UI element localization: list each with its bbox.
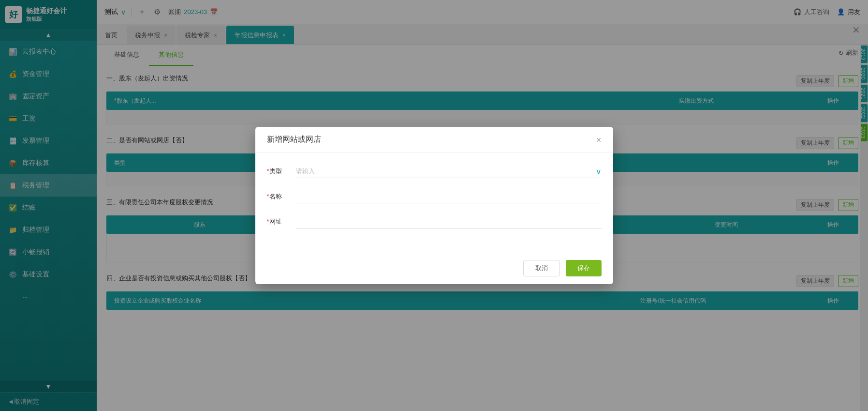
name-input[interactable] (296, 190, 602, 203)
modal-footer: 取消 保存 (255, 252, 613, 284)
field-name-wrap (296, 190, 602, 203)
field-url-wrap (296, 215, 602, 228)
field-type-wrap: ∨ (296, 165, 602, 178)
cancel-button[interactable]: 取消 (523, 260, 560, 276)
url-input[interactable] (296, 215, 602, 228)
modal-body: *类型 ∨ *名称 *网址 (255, 153, 613, 252)
form-field-type: *类型 ∨ (267, 165, 602, 178)
field-type-label: *类型 (267, 167, 296, 176)
field-name-label: *名称 (267, 192, 296, 201)
form-field-name: *名称 (267, 190, 602, 203)
save-button[interactable]: 保存 (566, 260, 602, 276)
modal-overlay: 新增网站或网店 × *类型 ∨ *名称 (0, 0, 868, 411)
modal-header: 新增网站或网店 × (255, 127, 613, 153)
type-input[interactable] (296, 165, 602, 178)
modal-add-website: 新增网站或网店 × *类型 ∨ *名称 (255, 127, 613, 284)
form-field-url: *网址 (267, 215, 602, 228)
field-url-label: *网址 (267, 217, 296, 226)
modal-title: 新增网站或网店 (267, 135, 321, 145)
dropdown-arrow-icon[interactable]: ∨ (596, 167, 602, 176)
modal-close-button[interactable]: × (596, 136, 602, 144)
